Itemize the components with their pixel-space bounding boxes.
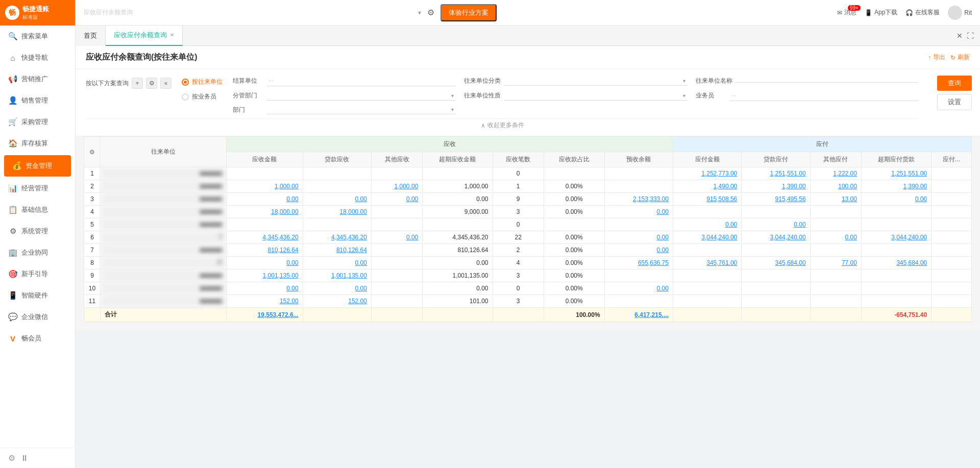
sales-icon: 👤 bbox=[8, 96, 17, 105]
partner-cell: 7 bbox=[101, 231, 227, 244]
sidebar-item-quick-nav[interactable]: ⌂ 快捷导航 bbox=[0, 47, 75, 68]
table-row: 7■■■■■■810,126.64810,126.64810,126.6420.… bbox=[84, 244, 972, 257]
tab-ar-ap-label: 应收应付余额查询 bbox=[114, 31, 167, 40]
partner-cell: ■■■■■■ bbox=[101, 180, 227, 193]
footer-recv-ratio: 100.00% bbox=[544, 308, 604, 322]
scheme-collapse-button[interactable]: « bbox=[160, 78, 172, 89]
quick-nav-icon: ⌂ bbox=[8, 53, 17, 62]
sidebar-item-marketing[interactable]: 📢 营销推广 bbox=[0, 68, 75, 90]
th-prepaid: 预收余额 bbox=[604, 152, 673, 167]
sidebar-item-basic-info[interactable]: 📋 基础信息 bbox=[0, 199, 75, 220]
footer-prepaid[interactable]: 6,417,215.... bbox=[604, 308, 673, 322]
partner-cell: ■■■■■■ bbox=[101, 218, 227, 231]
partner-category-field: 往来单位分类 ▾ bbox=[464, 76, 687, 86]
finance-icon: 💰 bbox=[12, 161, 21, 170]
topbar-gear-icon[interactable]: ⚙ bbox=[427, 8, 434, 17]
table-row: 10■■■■■■0.000.000.0000.00%0.00 bbox=[84, 282, 972, 295]
settlement-unit-input[interactable]: ··· bbox=[266, 76, 456, 86]
search-menu-icon: 🔍 bbox=[8, 32, 17, 41]
refresh-button[interactable]: ↻ 刷新 bbox=[950, 53, 970, 62]
table-row: 1■■■■■■01,252,773.001,251,551.001,222.00… bbox=[84, 167, 972, 180]
table-row: 2■■■■■■1,000.001,000.001,000.0010.00%1,4… bbox=[84, 180, 972, 193]
search-label: 按以下方案查询 bbox=[86, 79, 129, 88]
partner-nature-input[interactable]: ▾ bbox=[504, 91, 687, 101]
collapse-more-button[interactable]: ∧ 收起更多条件 bbox=[481, 121, 524, 130]
system-icon: ⚙ bbox=[8, 227, 17, 236]
corp-collab-icon: 🏢 bbox=[8, 248, 17, 257]
th-pay-more: 应付... bbox=[932, 152, 972, 167]
department-input[interactable]: ▾ bbox=[266, 105, 456, 114]
footer-overdue-pay: -654,751.40 bbox=[861, 308, 931, 322]
collapse-icon: ∧ bbox=[481, 122, 485, 129]
setting-button[interactable]: 设置 bbox=[937, 94, 972, 110]
export-icon: ↑ bbox=[928, 54, 931, 61]
scheme-settings-button[interactable]: ⚙ bbox=[146, 78, 157, 89]
settings-bottom-icon[interactable]: ⚙ bbox=[8, 453, 15, 463]
add-scheme-button[interactable]: + bbox=[132, 78, 143, 89]
sidebar-item-member[interactable]: V 畅会员 bbox=[0, 328, 75, 349]
sidebar-item-inventory[interactable]: 🏠 库存核算 bbox=[0, 133, 75, 154]
table-row: 5■■■■■■00.000.00 bbox=[84, 218, 972, 231]
partner-name-input[interactable] bbox=[736, 79, 919, 83]
window-expand-icon[interactable]: ⛶ bbox=[967, 32, 974, 40]
partner-cell: ■■■■■■ bbox=[101, 244, 227, 257]
topbar-breadcrumb: 应收应付余额查询 bbox=[84, 8, 412, 17]
sidebar-item-guide[interactable]: 🎯 新手引导 bbox=[0, 263, 75, 285]
dept-manager-field: 分管部门 ▾ bbox=[233, 90, 456, 101]
sidebar-item-finance[interactable]: 💰 资金管理 bbox=[4, 155, 71, 177]
marketing-icon: 📢 bbox=[8, 75, 17, 84]
partner-category-input[interactable]: ▾ bbox=[504, 77, 687, 86]
th-loan-recv: 贷款应收 bbox=[303, 152, 371, 167]
avatar bbox=[948, 6, 962, 20]
purchase-icon: 🛒 bbox=[8, 117, 17, 127]
dept-manager-input[interactable]: ▾ bbox=[266, 91, 456, 101]
tab-close-icon[interactable]: ✕ bbox=[170, 32, 174, 38]
tab-home[interactable]: 首页 bbox=[76, 26, 106, 46]
collapse-sidebar-icon[interactable]: ⏸ bbox=[20, 454, 29, 463]
export-button[interactable]: ↑ 导出 bbox=[928, 53, 945, 62]
salesperson-input[interactable]: ··· bbox=[729, 90, 919, 101]
query-button[interactable]: 查询 bbox=[937, 76, 972, 91]
partner-cell: ■■■■■■ bbox=[101, 206, 227, 218]
promo-button[interactable]: 体验行业方案 bbox=[440, 4, 497, 21]
logo-text: 畅捷通账 标准版 bbox=[22, 5, 49, 21]
sidebar-item-purchase[interactable]: 🛒 采购管理 bbox=[0, 111, 75, 133]
collapse-more-area: ∧ 收起更多条件 bbox=[86, 118, 919, 134]
table-settings-icon[interactable]: ⚙ bbox=[89, 149, 95, 156]
window-close-icon[interactable]: ✕ bbox=[957, 32, 963, 40]
footer-label: 合计 bbox=[101, 308, 227, 322]
data-table: ⚙ 往来单位 应收 应付 应收金额 贷款应收 其他应收 超期应收金额 应收笔数 bbox=[84, 136, 972, 322]
tab-ar-ap[interactable]: 应收应付余额查询 ✕ bbox=[106, 26, 183, 46]
sidebar-item-smart-hw[interactable]: 📱 智能硬件 bbox=[0, 285, 75, 306]
page-header: 应收应付余额查询(按往来单位) ↑ 导出 ↻ 刷新 bbox=[76, 46, 980, 69]
th-recv-amt: 应收金额 bbox=[226, 152, 303, 167]
sidebar-item-operations[interactable]: 📊 经营管理 bbox=[0, 178, 75, 199]
sidebar-item-search-menu[interactable]: 🔍 搜索菜单 bbox=[0, 26, 75, 47]
refresh-icon: ↻ bbox=[950, 54, 955, 61]
scheme-by-staff[interactable]: 按业务员 bbox=[178, 90, 227, 103]
app-download-button[interactable]: 📱 App下载 bbox=[865, 8, 897, 17]
member-icon: V bbox=[8, 334, 17, 343]
sidebar-item-corp-collab[interactable]: 🏢 企业协同 bbox=[0, 242, 75, 263]
partner-cell: ■■■■■■ bbox=[101, 167, 227, 180]
th-loan-pay: 贷款应付 bbox=[742, 152, 810, 167]
sidebar-item-sales[interactable]: 👤 销售管理 bbox=[0, 90, 75, 111]
user-profile[interactable]: Rit bbox=[948, 6, 972, 20]
scheme-by-unit[interactable]: 按往来单位 bbox=[178, 76, 227, 88]
table-row: 3■■■■■■0.000.000.000.0090.00%2,153,333.0… bbox=[84, 193, 972, 206]
scheme-radio-staff bbox=[182, 93, 189, 101]
th-recv-count: 应收笔数 bbox=[493, 152, 544, 167]
sidebar: 畅 畅捷通账 标准版 🔍 搜索菜单 ⌂ 快捷导航 📢 营销推广 👤 销售管理 🛒… bbox=[0, 0, 76, 468]
sidebar-item-corp-wx[interactable]: 💬 企业微信 bbox=[0, 306, 75, 328]
guide-icon: 🎯 bbox=[8, 269, 17, 279]
search-fields-area: 按以下方案查询 + ⚙ « 按往来单位 bbox=[76, 69, 929, 136]
partner-cell: P bbox=[101, 257, 227, 269]
messages-button[interactable]: ✉ 消息 99+ bbox=[837, 8, 856, 17]
table-row: 9■■■■■■1,001,135.001,001,135.001,001,135… bbox=[84, 269, 972, 282]
footer-recv-amt[interactable]: 19,553,472,6... bbox=[226, 308, 303, 322]
sidebar-item-system[interactable]: ⚙ 系统管理 bbox=[0, 220, 75, 242]
corp-wx-icon: 💬 bbox=[8, 312, 17, 322]
customer-service-button[interactable]: 🎧 在线客服 bbox=[905, 8, 940, 17]
breadcrumb-dropdown-icon[interactable]: ▾ bbox=[418, 9, 421, 16]
table-row: 4■■■■■■18,000.0018,000.009,000.0030.00%0… bbox=[84, 206, 972, 218]
